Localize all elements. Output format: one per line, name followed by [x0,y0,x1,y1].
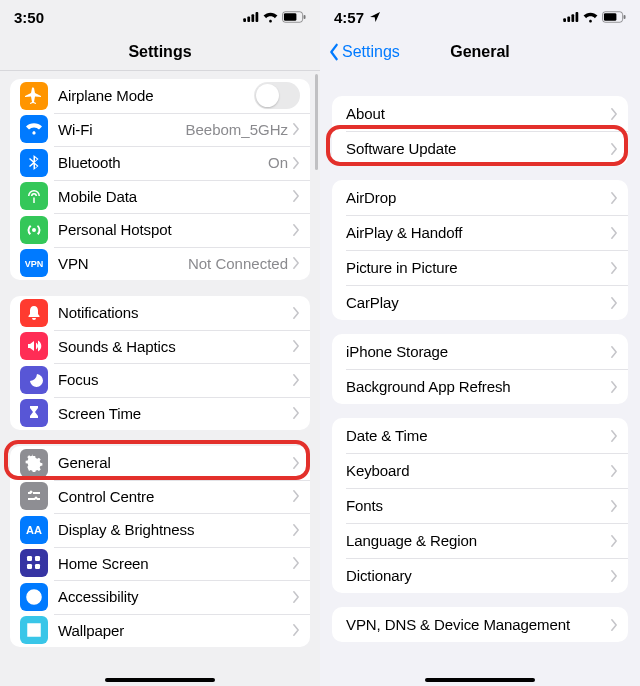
row-label: VPN [58,255,188,272]
row-airplay[interactable]: AirPlay & Handoff [332,215,628,250]
svg-rect-2 [251,14,254,22]
chevron-right-icon [292,524,300,536]
svg-rect-16 [563,18,566,22]
row-label: Picture in Picture [346,259,610,276]
svg-rect-11 [35,556,40,561]
wifi-icon [20,115,48,143]
row-screentime[interactable]: Screen Time [10,397,310,431]
person-icon [20,583,48,611]
row-carplay[interactable]: CarPlay [332,285,628,320]
scrollbar[interactable] [315,74,318,170]
row-label: Keyboard [346,462,610,479]
chevron-right-icon [292,591,300,603]
row-label: CarPlay [346,294,610,311]
row-focus[interactable]: Focus [10,363,310,397]
row-label: Dictionary [346,567,610,584]
hourglass-icon [20,399,48,427]
chevron-right-icon [292,157,300,169]
row-dictionary[interactable]: Dictionary [332,558,628,593]
chevron-right-icon [610,297,618,309]
chevron-right-icon [292,123,300,135]
svg-rect-1 [247,17,250,22]
row-bgrefresh[interactable]: Background App Refresh [332,369,628,404]
row-hotspot[interactable]: Personal Hotspot [10,213,310,247]
home-indicator[interactable] [425,678,535,682]
row-label: VPN, DNS & Device Management [346,616,610,633]
airplane-toggle[interactable] [254,82,300,109]
svg-rect-5 [284,13,296,21]
vpn-icon: VPN [20,249,48,277]
row-datetime[interactable]: Date & Time [332,418,628,453]
wifi-icon [583,12,598,23]
row-value: Not Connected [188,255,288,272]
svg-point-14 [32,593,36,597]
row-label: Fonts [346,497,610,514]
svg-rect-22 [624,15,626,19]
row-mobile[interactable]: Mobile Data [10,180,310,214]
aa-icon: AA [20,516,48,544]
svg-rect-21 [604,13,616,21]
signal-icon [563,12,579,22]
screen-settings: 3:50 Settings Airplane ModeWi-FiBeebom_5… [0,0,320,686]
home-indicator[interactable] [105,678,215,682]
row-wifi[interactable]: Wi-FiBeebom_5GHz [10,113,310,147]
screen-general: 4:57 Settings General AboutSoftware Upda… [320,0,640,686]
row-keyboard[interactable]: Keyboard [332,453,628,488]
svg-text:VPN: VPN [25,259,43,269]
row-control[interactable]: Control Centre [10,480,310,514]
location-icon [370,12,380,22]
settings-group: GeneralControl CentreAADisplay & Brightn… [10,446,310,647]
row-label: About [346,105,610,122]
row-label: AirDrop [346,189,610,206]
row-label: Notifications [58,304,292,321]
row-label: Personal Hotspot [58,221,292,238]
chevron-right-icon [610,500,618,512]
row-label: Mobile Data [58,188,292,205]
row-pip[interactable]: Picture in Picture [332,250,628,285]
row-notifications[interactable]: Notifications [10,296,310,330]
row-label: Focus [58,371,292,388]
row-label: Screen Time [58,405,292,422]
settings-group: AirDropAirPlay & HandoffPicture in Pictu… [332,180,628,320]
row-home[interactable]: Home Screen [10,547,310,581]
chevron-right-icon [610,262,618,274]
status-time-area: 4:57 [334,9,380,26]
row-vpn-dns[interactable]: VPN, DNS & Device Management [332,607,628,642]
chevron-right-icon [610,535,618,547]
settings-group: VPN, DNS & Device Management [332,607,628,642]
chevron-right-icon [292,624,300,636]
row-bluetooth[interactable]: BluetoothOn [10,146,310,180]
row-software-update[interactable]: Software Update [332,131,628,166]
row-label: General [58,454,292,471]
chevron-right-icon [292,307,300,319]
row-storage[interactable]: iPhone Storage [332,334,628,369]
wifi-icon [263,12,278,23]
row-label: Control Centre [58,488,292,505]
airplane-icon [20,82,48,110]
back-button[interactable]: Settings [328,43,400,61]
row-lang[interactable]: Language & Region [332,523,628,558]
row-label: Language & Region [346,532,610,549]
row-airdrop[interactable]: AirDrop [332,180,628,215]
grid-icon [20,549,48,577]
row-display[interactable]: AADisplay & Brightness [10,513,310,547]
row-general[interactable]: General [10,446,310,480]
row-airplane[interactable]: Airplane Mode [10,79,310,113]
settings-group: Date & TimeKeyboardFontsLanguage & Regio… [332,418,628,593]
chevron-right-icon [610,346,618,358]
row-fonts[interactable]: Fonts [332,488,628,523]
row-vpn[interactable]: VPNVPNNot Connected [10,247,310,281]
row-sounds[interactable]: Sounds & Haptics [10,330,310,364]
sliders-icon [20,482,48,510]
chevron-right-icon [292,257,300,269]
row-about[interactable]: About [332,96,628,131]
row-label: Background App Refresh [346,378,610,395]
chevron-right-icon [610,619,618,631]
bluetooth-icon [20,149,48,177]
row-accessibility[interactable]: Accessibility [10,580,310,614]
row-wallpaper[interactable]: Wallpaper [10,614,310,648]
chevron-right-icon [610,108,618,120]
svg-text:AA: AA [26,524,42,536]
gear-icon [20,449,48,477]
svg-rect-9 [27,556,32,561]
